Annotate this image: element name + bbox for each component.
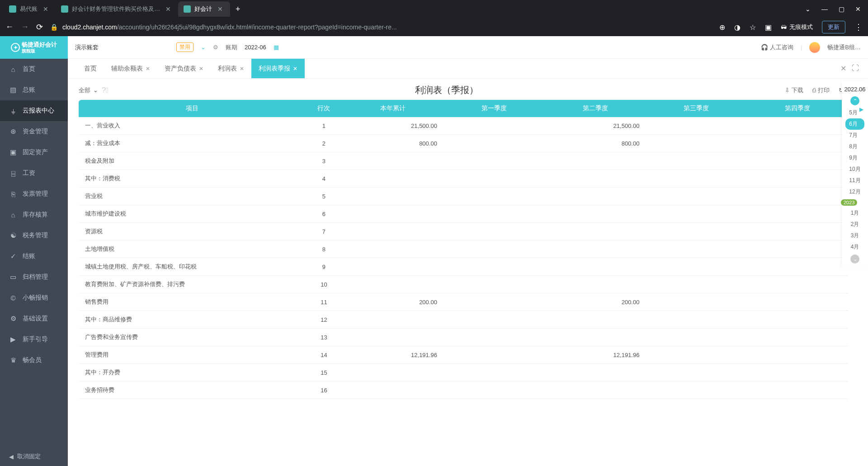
cell-q2 — [545, 240, 646, 258]
rail-month[interactable]: 4月 — [847, 241, 863, 253]
download-button[interactable]: ⇩下载 — [785, 86, 803, 94]
sidebar-item[interactable]: ©小畅报销 — [0, 287, 68, 308]
consult-link[interactable]: 🎧 人工咨询 — [761, 43, 793, 52]
sidebar-item[interactable]: ⌂首页 — [0, 59, 68, 80]
minimize-icon[interactable]: — — [821, 5, 828, 13]
sidebar-unpin[interactable]: ◀ 取消固定 — [0, 447, 68, 466]
status-badge[interactable]: 禁用 — [176, 42, 193, 52]
rail-month[interactable]: 8月 — [845, 141, 864, 152]
table-row[interactable]: 营业税 5 — [79, 188, 848, 205]
update-button[interactable]: 更新 — [822, 21, 845, 33]
bookmark-icon[interactable]: ☆ — [750, 23, 756, 32]
sidebar-item[interactable]: ⚙基础设置 — [0, 308, 68, 329]
maximize-icon[interactable]: ▢ — [839, 5, 844, 13]
page-tab[interactable]: 资产负债表✕ — [157, 59, 211, 78]
tab-close-icon[interactable]: ✕ — [216, 5, 225, 13]
rail-month[interactable]: 3月 — [847, 230, 863, 241]
rail-year[interactable]: 2022.06 — [844, 84, 866, 94]
sidebar-item[interactable]: ♛畅会员 — [0, 350, 68, 371]
sidebar-item[interactable]: ⊛资金管理 — [0, 121, 68, 142]
sidebar-item[interactable]: ⌸工资 — [0, 163, 68, 184]
sidebar-item-label: 库存核算 — [23, 211, 48, 219]
rail-up-icon[interactable]: ⌃ — [850, 96, 859, 105]
fullscreen-icon[interactable]: ⛶ — [852, 64, 859, 73]
scroll-right-caret[interactable]: ▶ — [859, 105, 864, 113]
table-scroll[interactable]: 项目行次本年累计第一季度第二季度第三季度第四季度 一、营业收入 1 21,500… — [79, 100, 857, 466]
table-row[interactable]: 广告费和业务宣传费 13 — [79, 329, 848, 346]
table-row[interactable]: 城市维护建设税 6 — [79, 205, 848, 223]
rail-month[interactable]: 10月 — [845, 164, 864, 175]
table-row[interactable]: 城镇土地使用税、房产税、车船税、印花税 9 — [79, 258, 848, 276]
rail-month[interactable]: 2月 — [847, 219, 863, 230]
page-tab[interactable]: 利润表季报✕ — [251, 59, 305, 78]
print-button[interactable]: ⎙打印 — [812, 86, 830, 94]
chevron-down-icon[interactable]: ⌄ — [805, 5, 811, 13]
table-row[interactable]: 其中：消费税 4 — [79, 170, 848, 188]
close-all-tabs-icon[interactable]: ✕ — [840, 64, 846, 73]
logo[interactable]: ✦ 畅捷通好会计 旗舰版 — [0, 36, 68, 59]
sidebar-item[interactable]: ⏚云报表中心 — [0, 100, 68, 121]
puzzle-icon[interactable]: ▣ — [765, 23, 772, 32]
page-tab[interactable]: 辅助余额表✕ — [104, 59, 157, 78]
table-row[interactable]: 教育费附加、矿产资源补偿费、排污费 10 — [79, 276, 848, 293]
gear-icon[interactable]: ⚙ — [213, 44, 218, 51]
rail-month[interactable]: 11月 — [845, 175, 864, 186]
page-tab[interactable]: 首页 — [77, 59, 104, 78]
browser-tab[interactable]: 好会计财务管理软件购买价格及…✕ — [56, 1, 178, 17]
username[interactable]: 畅捷通B组… — [827, 43, 861, 52]
extension-icon[interactable]: ◑ — [734, 23, 741, 32]
browser-tab[interactable]: 易代账✕ — [4, 1, 56, 17]
sidebar-item[interactable]: ▶新手引导 — [0, 329, 68, 350]
rail-month[interactable]: 1月 — [847, 207, 863, 219]
zoom-icon[interactable]: ⊕ — [719, 23, 725, 32]
table-row[interactable]: 税金及附加 3 — [79, 152, 848, 170]
rail-month[interactable]: 7月 — [845, 130, 864, 141]
close-window-icon[interactable]: ✕ — [855, 5, 861, 13]
period-value[interactable]: 2022-06 — [245, 44, 266, 51]
sidebar-item[interactable]: ▭归档管理 — [0, 267, 68, 287]
back-icon[interactable]: ← — [5, 22, 14, 32]
url-bar[interactable]: 🔒 cloud2.chanjet.com/accounting/uh26t264… — [50, 24, 712, 31]
sidebar-item[interactable]: ▣固定资产 — [0, 142, 68, 163]
table-row[interactable]: 资源税 7 — [79, 223, 848, 240]
table-row[interactable]: 土地增值税 8 — [79, 240, 848, 258]
rail-month[interactable]: 9月 — [845, 152, 864, 164]
rail-down-icon[interactable]: ⌄ — [850, 254, 859, 264]
forward-icon[interactable]: → — [21, 22, 29, 32]
rail-month[interactable]: 6月 — [845, 118, 864, 130]
table-row[interactable]: 业务招待费 16 — [79, 381, 848, 399]
sidebar-item[interactable]: ⌂库存核算 — [0, 204, 68, 225]
browser-tab[interactable]: 好会计✕ — [178, 1, 230, 17]
page-tab-close-icon[interactable]: ✕ — [199, 66, 203, 72]
account-name[interactable]: 演示账套 — [75, 43, 99, 52]
reload-icon[interactable]: ⟳ — [36, 22, 43, 32]
tab-close-icon[interactable]: ✕ — [164, 5, 173, 13]
sidebar-item[interactable]: ☯税务管理 — [0, 225, 68, 246]
kebab-menu-icon[interactable]: ⋮ — [854, 22, 863, 32]
new-tab-button[interactable]: + — [230, 5, 246, 14]
cell-q4 — [747, 381, 848, 399]
cell-q1 — [443, 381, 545, 399]
sidebar-item[interactable]: ✓结账 — [0, 246, 68, 267]
table-row[interactable]: 销售费用 11 200.00 200.00 — [79, 293, 848, 311]
sidebar-item[interactable]: ▤总账 — [0, 80, 68, 100]
main-area: 演示账套 禁用 ⌄ ⚙ 账期 2022-06 ▦ 🎧 人工咨询 | 畅捷通B组…… — [68, 36, 868, 466]
page-tab-close-icon[interactable]: ✕ — [240, 66, 244, 72]
table-row[interactable]: 其中：开办费 15 — [79, 364, 848, 381]
filter-dropdown[interactable]: 全部 ⌄ — [79, 86, 98, 94]
sidebar-item[interactable]: ⎘发票管理 — [0, 184, 68, 204]
calendar-icon[interactable]: ▦ — [274, 44, 279, 51]
page-tab-close-icon[interactable]: ✕ — [146, 66, 150, 72]
chevron-down-icon[interactable]: ⌄ — [201, 44, 206, 51]
page-tab[interactable]: 利润表✕ — [211, 59, 251, 78]
help-icon[interactable]: ?⃝ — [102, 86, 108, 94]
table-row[interactable]: 管理费用 14 12,191.96 12,191.96 — [79, 346, 848, 364]
table-row[interactable]: 其中：商品维修费 12 — [79, 311, 848, 329]
table-row[interactable]: 一、营业收入 1 21,500.00 21,500.00 — [79, 117, 848, 135]
rail-month[interactable]: 12月 — [845, 186, 864, 198]
page-tab-close-icon[interactable]: ✕ — [293, 66, 297, 72]
avatar[interactable] — [809, 42, 820, 53]
chevron-down-icon: ⌄ — [93, 87, 98, 94]
table-row[interactable]: 减：营业成本 2 800.00 800.00 — [79, 135, 848, 152]
tab-close-icon[interactable]: ✕ — [41, 5, 50, 13]
